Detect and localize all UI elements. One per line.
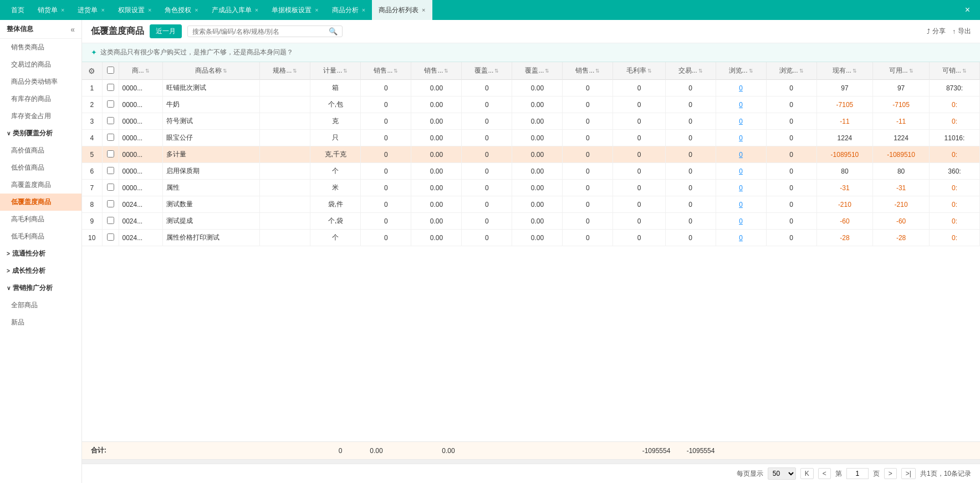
sidebar-item-traded-goods[interactable]: 交易过的商品 <box>0 56 81 73</box>
sidebar-item-high-margin[interactable]: 高毛利商品 <box>0 211 81 228</box>
sidebar-item-all-goods[interactable]: 全部商品 <box>0 297 81 314</box>
sidebar-section-growth[interactable]: > 成长性分析 <box>0 262 81 279</box>
nav-item-home[interactable]: 首页 <box>4 0 31 20</box>
prev-page-button[interactable]: < <box>818 468 831 479</box>
sort-icon[interactable]: ⇅ <box>223 68 227 74</box>
row-browse1[interactable]: 0 <box>716 80 766 96</box>
row-browse1[interactable]: 0 <box>716 213 766 230</box>
horizontal-scrollbar[interactable] <box>82 459 980 464</box>
sort-icon[interactable]: ⇅ <box>494 68 499 74</box>
row-checkbox[interactable] <box>102 180 119 196</box>
page-number-input[interactable] <box>846 468 869 479</box>
sidebar-section-circulation[interactable]: > 流通性分析 <box>0 245 81 262</box>
row-checkbox[interactable] <box>102 130 119 146</box>
sort-icon[interactable]: ⇅ <box>545 68 549 74</box>
close-icon[interactable]: × <box>195 7 198 13</box>
sort-icon[interactable]: ⇅ <box>749 68 753 74</box>
row-browse1[interactable]: 0 <box>716 96 766 113</box>
row-select-checkbox[interactable] <box>107 117 114 124</box>
row-checkbox[interactable] <box>102 146 119 163</box>
sort-icon[interactable]: ⇅ <box>293 68 297 74</box>
sort-icon[interactable]: ⇅ <box>444 68 448 74</box>
nav-item-template[interactable]: 单据模板设置 × <box>265 0 325 20</box>
export-button[interactable]: ↑ 导出 <box>952 27 971 36</box>
nav-item-role[interactable]: 角色授权 × <box>158 0 205 20</box>
row-checkbox[interactable] <box>102 213 119 230</box>
sidebar-item-low-margin[interactable]: 低毛利商品 <box>0 228 81 245</box>
column-checkbox[interactable] <box>102 62 119 80</box>
last-page-button[interactable]: >| <box>901 468 916 479</box>
select-all-checkbox[interactable] <box>107 67 114 74</box>
row-browse1[interactable]: 0 <box>716 113 766 130</box>
nav-item-analysis-list[interactable]: 商品分析列表 × <box>372 0 432 20</box>
nav-item-production[interactable]: 产成品入库单 × <box>205 0 265 20</box>
close-icon[interactable]: × <box>148 7 151 13</box>
row-checkbox[interactable] <box>102 80 119 96</box>
row-browse1[interactable]: 0 <box>716 163 766 180</box>
row-code: 0000... <box>119 130 162 146</box>
nav-item-analysis[interactable]: 商品分析 × <box>325 0 372 20</box>
row-select-checkbox[interactable] <box>107 233 114 241</box>
next-page-button[interactable]: > <box>884 468 897 479</box>
sort-icon[interactable]: ⇅ <box>962 68 967 74</box>
sidebar-item-sales-goods[interactable]: 销售类商品 <box>0 39 81 56</box>
row-select-checkbox[interactable] <box>107 100 114 108</box>
close-icon[interactable]: × <box>255 7 258 13</box>
nav-item-permissions[interactable]: 权限设置 × <box>111 0 158 20</box>
sort-icon[interactable]: ⇅ <box>698 68 703 74</box>
row-select-checkbox[interactable] <box>107 167 114 174</box>
row-checkbox[interactable] <box>102 230 119 246</box>
nav-item-purchase[interactable]: 进货单 × <box>71 0 111 20</box>
sidebar-section-marketing[interactable]: ∨ 营销推广分析 <box>0 279 81 297</box>
row-browse1[interactable]: 0 <box>716 230 766 246</box>
search-box[interactable]: 🔍 <box>187 26 343 37</box>
table-container[interactable]: ⚙ 商...⇅ 商品名称⇅ 规格...⇅ 计量...⇅ 销售...⇅ 销售...… <box>82 62 980 441</box>
sidebar-item-stocked-goods[interactable]: 有库存的商品 <box>0 90 81 108</box>
sidebar-item-low-value[interactable]: 低价值商品 <box>0 159 81 176</box>
sidebar-item-inventory-funds[interactable]: 库存资金占用 <box>0 108 81 125</box>
sidebar-item-low-coverage[interactable]: 低覆盖度商品 <box>0 194 81 211</box>
column-gear[interactable]: ⚙ <box>82 62 102 80</box>
sort-icon[interactable]: ⇅ <box>394 68 398 74</box>
settings-icon[interactable]: ⚙ <box>88 67 95 75</box>
search-input[interactable] <box>192 28 329 35</box>
sort-icon[interactable]: ⇅ <box>343 68 348 74</box>
sidebar-item-high-value[interactable]: 高价值商品 <box>0 142 81 159</box>
sort-icon[interactable]: ⇅ <box>145 68 150 74</box>
sidebar-item-new-goods[interactable]: 新品 <box>0 314 81 331</box>
close-icon[interactable]: × <box>315 7 318 13</box>
row-checkbox[interactable] <box>102 96 119 113</box>
row-checkbox[interactable] <box>102 113 119 130</box>
row-browse1[interactable]: 0 <box>716 180 766 196</box>
sort-icon[interactable]: ⇅ <box>647 68 652 74</box>
row-browse1[interactable]: 0 <box>716 196 766 213</box>
page-size-select[interactable]: 50 20 100 <box>768 467 796 480</box>
row-checkbox[interactable] <box>102 163 119 180</box>
sidebar-collapse-button[interactable]: « <box>70 25 75 34</box>
first-page-button[interactable]: K <box>800 468 814 479</box>
row-select-checkbox[interactable] <box>107 200 114 207</box>
row-select-checkbox[interactable] <box>107 150 114 157</box>
row-select-checkbox[interactable] <box>107 84 114 91</box>
tab-recent-month[interactable]: 近一月 <box>150 24 182 38</box>
sort-icon[interactable]: ⇅ <box>853 68 857 74</box>
sort-icon[interactable]: ⇅ <box>909 68 913 74</box>
close-icon[interactable]: × <box>422 7 425 13</box>
row-select-checkbox[interactable] <box>107 184 114 191</box>
nav-item-sales[interactable]: 销货单 × <box>31 0 71 20</box>
window-close-button[interactable]: × <box>959 5 976 15</box>
row-browse1[interactable]: 0 <box>716 130 766 146</box>
row-select-checkbox[interactable] <box>107 217 114 224</box>
close-icon[interactable]: × <box>101 7 104 13</box>
row-select-checkbox[interactable] <box>107 134 114 141</box>
close-icon[interactable]: × <box>362 7 365 13</box>
sidebar-item-category-turnover[interactable]: 商品分类动销率 <box>0 73 81 90</box>
row-checkbox[interactable] <box>102 196 119 213</box>
sort-icon[interactable]: ⇅ <box>595 68 600 74</box>
sidebar-section-coverage[interactable]: ∨ 类别覆盖分析 <box>0 125 81 142</box>
share-button[interactable]: ⤴ 分享 <box>927 27 946 36</box>
sort-icon[interactable]: ⇅ <box>799 68 804 74</box>
close-icon[interactable]: × <box>61 7 64 13</box>
row-browse1[interactable]: 0 <box>716 146 766 163</box>
sidebar-item-high-coverage[interactable]: 高覆盖度商品 <box>0 176 81 194</box>
